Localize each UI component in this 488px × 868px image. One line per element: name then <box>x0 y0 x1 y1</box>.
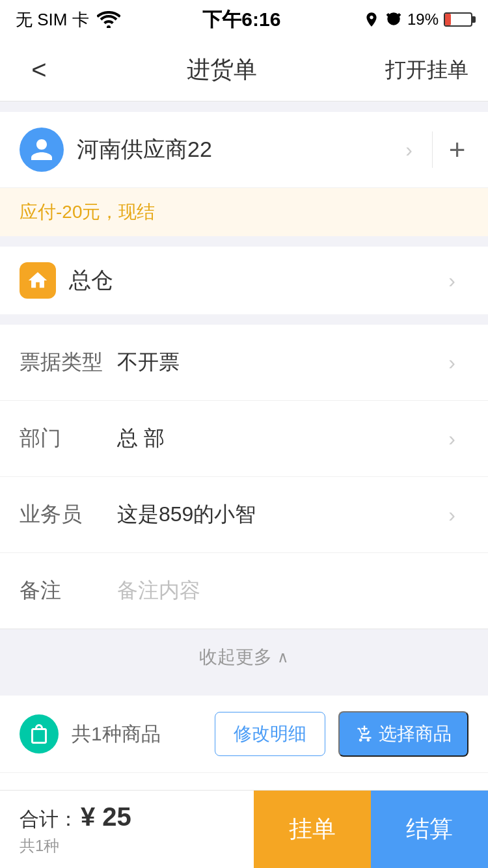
warehouse-section: 总仓 › <box>0 247 488 314</box>
hang-button[interactable]: 挂单 <box>254 791 371 869</box>
supplier-section: 河南供应商22 › + 应付-20元，现结 <box>0 112 488 236</box>
shopping-bag-icon <box>27 722 51 746</box>
invoice-label: 票据类型 <box>20 348 104 377</box>
add-supplier-button[interactable]: + <box>432 131 468 168</box>
supplier-avatar <box>20 128 64 172</box>
collapse-label: 收起更多 <box>199 645 272 670</box>
status-bar: 无 SIM 卡 下午6:16 19% <box>0 0 488 39</box>
cart-icon <box>355 725 373 743</box>
collapse-arrow: ∧ <box>277 648 289 666</box>
status-left: 无 SIM 卡 <box>16 8 120 31</box>
chevron-right-icon: › <box>405 138 413 162</box>
dept-row[interactable]: 部门 总 部 › <box>0 400 488 476</box>
chevron-right-icon: › <box>448 351 455 375</box>
chevron-right-icon: › <box>448 269 455 293</box>
total-area: 合计： ¥ 25 共1种 <box>0 802 254 856</box>
select-product-button[interactable]: 选择商品 <box>338 711 468 757</box>
sales-value: 这是859的小智 <box>104 500 448 529</box>
supplier-notice: 应付-20元，现结 <box>0 188 488 236</box>
bottom-bar: 合计： ¥ 25 共1种 挂单 结算 <box>0 790 488 868</box>
settle-button[interactable]: 结算 <box>371 791 488 869</box>
products-icon <box>20 714 59 753</box>
battery-percent: 19% <box>407 10 439 29</box>
total-count: 共1种 <box>20 835 234 856</box>
remark-label: 备注 <box>20 576 104 605</box>
carrier-label: 无 SIM 卡 <box>16 8 89 31</box>
form-section: 票据类型 不开票 › 部门 总 部 › 业务员 这是859的小智 › 备注 备注… <box>0 325 488 685</box>
invoice-row[interactable]: 票据类型 不开票 › <box>0 325 488 400</box>
supplier-row[interactable]: 河南供应商22 › + <box>0 112 488 188</box>
warehouse-icon <box>20 262 56 299</box>
warehouse-name: 总仓 <box>69 265 448 295</box>
alarm-icon <box>385 11 402 28</box>
back-button[interactable]: < <box>20 51 59 90</box>
total-amount: ¥ 25 <box>81 802 131 832</box>
chevron-right-icon: › <box>448 503 455 527</box>
total-label: 合计： ¥ 25 <box>20 802 234 833</box>
dept-label: 部门 <box>20 424 104 453</box>
select-product-label: 选择商品 <box>379 722 452 746</box>
sales-label: 业务员 <box>20 500 104 529</box>
page-content: 河南供应商22 › + 应付-20元，现结 总仓 › 票据类型 不开票 › 部门… <box>0 112 488 868</box>
collapse-button[interactable]: 收起更多 ∧ <box>0 629 488 685</box>
battery-fill <box>445 14 451 25</box>
page-title: 进货单 <box>187 54 257 86</box>
battery-icon <box>444 12 472 27</box>
nav-bar: < 进货单 打开挂单 <box>0 39 488 102</box>
status-time: 下午6:16 <box>202 7 280 33</box>
remark-row[interactable]: 备注 备注内容 <box>0 552 488 629</box>
remark-value[interactable]: 备注内容 <box>104 576 468 605</box>
products-count: 共1种商品 <box>72 721 202 748</box>
location-icon <box>363 11 380 28</box>
products-header: 共1种商品 修改明细 选择商品 <box>0 696 488 772</box>
open-hang-button[interactable]: 打开挂单 <box>385 56 468 85</box>
chevron-right-icon: › <box>448 427 455 451</box>
invoice-value: 不开票 <box>104 348 448 377</box>
home-icon <box>27 269 49 292</box>
modify-detail-button[interactable]: 修改明细 <box>215 712 325 756</box>
total-text: 合计： <box>20 806 78 833</box>
supplier-name: 河南供应商22 <box>77 135 405 165</box>
warehouse-row[interactable]: 总仓 › <box>0 247 488 314</box>
status-right: 19% <box>363 10 472 29</box>
person-icon <box>29 137 55 163</box>
wifi-icon <box>97 11 120 28</box>
dept-value: 总 部 <box>104 424 448 453</box>
sales-row[interactable]: 业务员 这是859的小智 › <box>0 476 488 552</box>
